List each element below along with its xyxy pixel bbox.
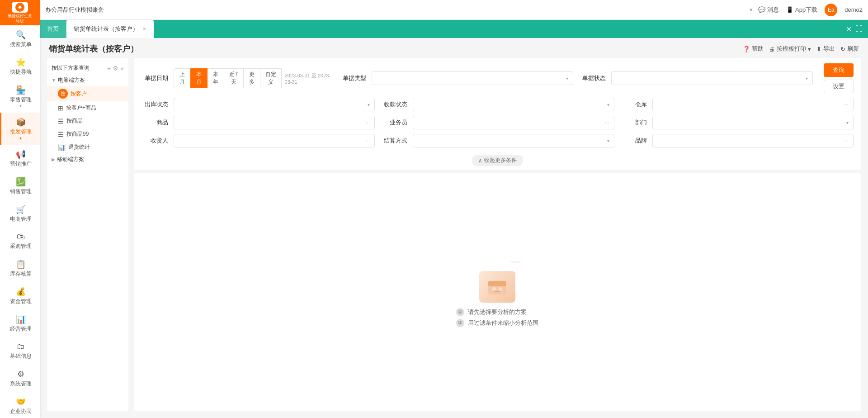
- help-action[interactable]: ❓ 帮助: [743, 45, 764, 53]
- refresh-icon: ↻: [840, 46, 845, 52]
- tree-item-return-stats-label: 退货统计: [68, 143, 90, 151]
- sidebar-item-system-label: 系统管理: [10, 380, 32, 388]
- sidebar-item-finance[interactable]: 💰 资金管理: [0, 282, 40, 310]
- svg-point-3: [492, 287, 496, 291]
- panel-add-icon[interactable]: +: [107, 65, 111, 72]
- export-icon: ⬇: [816, 46, 821, 52]
- sidebar-item-retail[interactable]: 🏪 零售管理 ▼: [0, 81, 40, 113]
- export-label: 导出: [823, 45, 835, 53]
- sidebar-item-quicknav[interactable]: ⭐ 快捷导航: [0, 53, 40, 81]
- filter-row-3: 商品 ··· 业务员 ··· 部门 ▾: [141, 116, 854, 129]
- refresh-action[interactable]: ↻ 刷新: [840, 45, 859, 53]
- tab-expand-btn[interactable]: ⛶: [855, 25, 863, 33]
- workspace: 按以下方案查询 + ⚙ « ▼ 电脑端方案 按 按客户 ⊞ 按客户+商品: [40, 58, 868, 418]
- date-range-text: 2023-03-01 至 2023-03-31: [285, 72, 334, 85]
- purchase-icon: 🛍: [17, 232, 25, 242]
- doc-status-control[interactable]: ▾: [611, 71, 813, 85]
- tree-item-by-goods99[interactable]: ☰ 按商品99: [47, 128, 128, 141]
- salesperson-control[interactable]: ···: [413, 116, 614, 129]
- hint-text-1: 请先选择要分析的方案: [468, 308, 527, 316]
- date-btn-custom[interactable]: 自定义: [260, 68, 282, 88]
- settings-button[interactable]: 设置: [824, 80, 854, 93]
- app-download-action[interactable]: 📱 App下载: [786, 6, 817, 14]
- wholesale-chevron: ▲: [19, 136, 23, 140]
- sidebar-item-wholesale[interactable]: 📦 批发管理 ▲: [0, 113, 40, 145]
- sidebar-item-marketing-label: 营销推广: [10, 160, 32, 168]
- tree-item-by-goods-label: 按商品: [66, 117, 83, 125]
- empty-state: 〰 ①: [134, 173, 861, 411]
- sidebar-item-operations[interactable]: 📊 经营管理: [0, 310, 40, 337]
- page-title: 销货单统计表（按客户）: [49, 43, 743, 54]
- brand-control[interactable]: ···: [652, 134, 854, 147]
- customer-goods-icon: ⊞: [58, 104, 63, 112]
- date-filter-group: 上月 本月 本年 近7天 更多 自定义 2023-03-01 至 2023-03…: [174, 68, 334, 88]
- system-icon: ⚙: [17, 369, 24, 379]
- goods-more: ···: [365, 119, 370, 126]
- message-action[interactable]: 💬 消息: [758, 6, 779, 14]
- tab-close-btn[interactable]: ✕: [846, 25, 852, 33]
- warehouse-label: 仓库: [620, 100, 647, 109]
- ecommerce-icon: 🛒: [16, 204, 26, 214]
- tree-item-by-customer-goods-label: 按客户+商品: [66, 104, 96, 112]
- tree-item-by-goods[interactable]: ☰ 按商品: [47, 114, 128, 128]
- goods99-icon: ☰: [58, 131, 64, 138]
- filter-container: 单据日期 上月 本月 本年 近7天 更多 自定义 2023-03-01 至 20…: [134, 58, 861, 170]
- empty-hint-2: ② 用过滤条件来缩小分析范围: [456, 319, 538, 327]
- industry-title: 办公用品行业模拟账套: [45, 6, 744, 14]
- help-label: 帮助: [752, 45, 764, 53]
- collapse-button[interactable]: ∧ 收起更多条件: [472, 155, 523, 166]
- avatar[interactable]: Ea: [825, 4, 837, 16]
- sidebar-item-ecommerce-label: 电商管理: [10, 215, 32, 223]
- topbar-dropdown[interactable]: ▾: [750, 6, 753, 13]
- date-btn-this-month[interactable]: 本月: [190, 68, 208, 88]
- print-action[interactable]: 🖨 按模板打印 ▾: [769, 45, 811, 53]
- tab-active[interactable]: 销货单统计表（按客户） ×: [66, 20, 154, 38]
- goods-control[interactable]: ···: [174, 116, 375, 129]
- tab-close-icon[interactable]: ×: [143, 26, 146, 32]
- sidebar-item-basic[interactable]: 🗂 基础信息: [0, 337, 40, 365]
- sidebar-item-basic-label: 基础信息: [10, 352, 32, 360]
- export-action[interactable]: ⬇ 导出: [816, 45, 835, 53]
- sidebar-item-search[interactable]: 🔍 搜索菜单: [0, 25, 40, 53]
- out-status-control[interactable]: ▾: [174, 98, 375, 111]
- date-label: 单据日期: [141, 74, 168, 82]
- payment-method-control[interactable]: ▾: [413, 134, 614, 147]
- collapse-area: ∧ 收起更多条件: [141, 152, 854, 170]
- sidebar-item-enterprise[interactable]: 🤝 企业协同: [0, 392, 40, 418]
- payment-status-control[interactable]: ▾: [413, 98, 614, 111]
- date-btn-last-month[interactable]: 上月: [174, 68, 191, 88]
- tree-desktop-section[interactable]: ▼ 电脑端方案: [47, 75, 128, 86]
- tree-item-by-customer-goods[interactable]: ⊞ 按客户+商品: [47, 101, 128, 114]
- date-btn-more[interactable]: 更多: [243, 68, 260, 88]
- doc-type-control[interactable]: ▾: [372, 71, 573, 85]
- sidebar-item-ecommerce[interactable]: 🛒 电商管理: [0, 200, 40, 228]
- panel-collapse-icon[interactable]: «: [120, 65, 124, 72]
- sidebar-item-sales[interactable]: 💹 销售管理: [0, 172, 40, 200]
- panel-settings-icon[interactable]: ⚙: [113, 65, 118, 72]
- hint-num-1: ①: [456, 308, 464, 316]
- doc-type-label: 单据类型: [339, 74, 366, 82]
- warehouse-control[interactable]: ···: [652, 98, 854, 111]
- date-btn-this-year[interactable]: 本年: [207, 68, 224, 88]
- department-label: 部门: [620, 119, 647, 127]
- tree-item-by-customer[interactable]: 按 按客户: [47, 86, 128, 101]
- date-btn-last7days[interactable]: 近7天: [224, 68, 244, 88]
- brand-more: ···: [844, 138, 849, 144]
- tree-mobile-section[interactable]: ▶ 移动端方案: [47, 154, 128, 165]
- query-button[interactable]: 查询: [824, 63, 854, 77]
- message-label: 消息: [767, 6, 779, 14]
- tab-home[interactable]: 首页: [40, 20, 66, 38]
- user-name[interactable]: demo2: [844, 6, 863, 13]
- sidebar-item-wholesale-label: 批发管理: [10, 128, 32, 136]
- empty-box-icon: [479, 271, 515, 303]
- sidebar-item-inventory[interactable]: 📋 库存核算: [0, 255, 40, 282]
- sidebar-item-system[interactable]: ⚙ 系统管理: [0, 365, 40, 392]
- sidebar-item-inventory-label: 库存核算: [10, 270, 32, 278]
- sidebar-item-purchase[interactable]: 🛍 采购管理: [0, 228, 40, 255]
- right-panel: 单据日期 上月 本月 本年 近7天 更多 自定义 2023-03-01 至 20…: [134, 58, 861, 411]
- wholesale-icon: 📦: [16, 117, 26, 127]
- tree-item-return-stats[interactable]: 📊 退货统计: [47, 141, 128, 154]
- sidebar-item-marketing[interactable]: 📢 营销推广: [0, 145, 40, 172]
- recipient-control[interactable]: ···: [174, 134, 375, 147]
- department-control[interactable]: ▾: [652, 116, 854, 129]
